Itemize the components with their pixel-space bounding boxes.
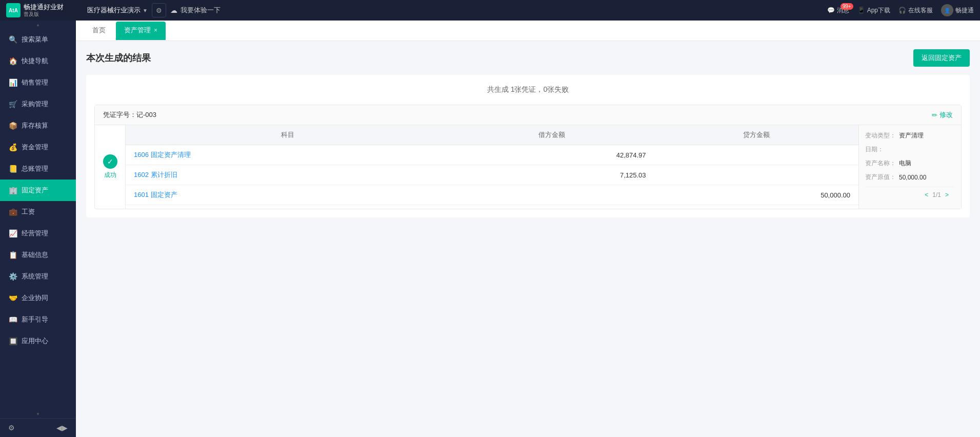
sidebar-item-fixed-assets[interactable]: 🏢 固定资产	[0, 180, 76, 201]
sidebar-collapse-icon[interactable]: ◀▶	[56, 424, 68, 432]
sidebar-item-search[interactable]: 🔍 搜索菜单	[0, 29, 76, 50]
sidebar-item-label: 库存核算	[22, 121, 48, 130]
sidebar-item-cooperation[interactable]: 🤝 企业协同	[0, 287, 76, 309]
voucher-section: 凭证字号：记-003 ✏ 修改	[94, 105, 962, 209]
row2-subject: 1602 累计折旧	[126, 165, 450, 185]
tab-bar: 首页 资产管理 ×	[76, 21, 980, 41]
operations-icon: 📈	[8, 229, 17, 238]
sidebar-item-label: 销售管理	[22, 78, 48, 87]
sidebar-item-funds[interactable]: 💰 资金管理	[0, 136, 76, 158]
row1-debit: 42,874.97	[450, 145, 654, 165]
voucher-number: 凭证字号：记-003	[103, 110, 156, 120]
result-summary: 共生成 1张凭证，0张失败	[86, 75, 970, 105]
settings-button[interactable]: ⚙	[152, 3, 166, 17]
sidebar-item-payroll[interactable]: 💼 工资	[0, 201, 76, 223]
online-service-button[interactable]: 🎧 在线客服	[898, 6, 933, 15]
sidebar-item-guide[interactable]: 📖 新手引导	[0, 309, 76, 330]
row3-subject: 1601 固定资产	[126, 185, 450, 205]
funds-icon: 💰	[8, 143, 17, 152]
col-credit: 贷方金额	[654, 125, 858, 145]
sidebar-item-ledger[interactable]: 📒 总账管理	[0, 158, 76, 180]
system-icon: ⚙️	[8, 272, 17, 281]
company-name: 医疗器械行业演示	[87, 6, 141, 15]
sidebar-item-label: 工资	[22, 207, 35, 216]
footer-settings-icon[interactable]: ⚙	[8, 424, 15, 432]
sidebar-item-label: 固定资产	[22, 186, 48, 195]
payroll-icon: 💼	[8, 207, 17, 216]
home-icon: 🏠	[8, 56, 17, 66]
tab-home-label: 首页	[92, 26, 106, 34]
sidebar-item-label: 资金管理	[22, 143, 48, 152]
status-wrapper: ✓ 成功	[95, 125, 126, 209]
sidebar-item-basic-info[interactable]: 📋 基础信息	[0, 244, 76, 266]
sidebar-item-inventory[interactable]: 📦 库存核算	[0, 115, 76, 136]
tab-close-icon[interactable]: ×	[154, 27, 157, 34]
chevron-down-icon: ▼	[143, 8, 148, 13]
app-download-label: App下载	[867, 6, 890, 15]
user-icon: 👤	[944, 8, 950, 13]
avatar: 👤	[941, 4, 953, 16]
messages-button[interactable]: 💬 消息 99+	[827, 6, 849, 15]
pagination-prev[interactable]: <	[925, 191, 928, 198]
asset-name-label: 资产名称：	[865, 159, 896, 168]
edit-label: 修改	[939, 110, 953, 120]
logo-sub: 普及版	[24, 11, 64, 17]
change-type-row: 变动类型： 资产清理	[865, 131, 955, 140]
user-menu[interactable]: 👤 畅捷通	[941, 4, 974, 16]
table-row: 1601 固定资产 50,000.00	[126, 185, 858, 205]
asset-value-value: 50,000.00	[899, 174, 926, 181]
col-debit: 借方金额	[450, 125, 654, 145]
app-download-button[interactable]: 📱 App下载	[857, 6, 890, 15]
company-selector[interactable]: 医疗器械行业演示 ▼	[87, 6, 148, 15]
sidebar-item-system[interactable]: ⚙️ 系统管理	[0, 266, 76, 287]
logo-text: 畅捷通好业财 普及版	[24, 3, 64, 17]
scroll-up-indicator: ▲	[34, 23, 42, 27]
back-button[interactable]: 返回固定资产	[913, 49, 970, 67]
sidebar-item-label: 应用中心	[22, 336, 48, 346]
side-info-panel: 变动类型： 资产清理 日期： 资产名称： 电脑	[858, 125, 961, 209]
sidebar-item-app-center[interactable]: 🔲 应用中心	[0, 330, 76, 352]
voucher-pagination: < 1/1 >	[865, 187, 955, 203]
page-header: 本次生成的结果 返回固定资产	[86, 49, 970, 67]
tab-asset-management[interactable]: 资产管理 ×	[116, 22, 166, 40]
sidebar-item-sales[interactable]: 📊 销售管理	[0, 72, 76, 93]
search-icon: 🔍	[8, 35, 17, 44]
table-status-area: ✓ 成功 科目	[95, 125, 858, 209]
sidebar-item-purchase[interactable]: 🛒 采购管理	[0, 93, 76, 115]
scroll-down-indicator: ▼	[34, 412, 42, 416]
asset-value-label: 资产原值：	[865, 173, 896, 182]
top-header: AtA 畅捷通好业财 普及版 医疗器械行业演示 ▼ ⚙ ☁ 我要体验一下 💬 消…	[0, 0, 980, 21]
asset-name-value: 电脑	[899, 159, 911, 168]
pagination-info: 1/1	[932, 191, 941, 198]
row3-debit	[450, 185, 654, 205]
sidebar-item-label: 基础信息	[22, 250, 48, 260]
tab-asset-management-label: 资产管理	[124, 26, 151, 35]
asset-value-row: 资产原值： 50,000.00	[865, 173, 955, 182]
sidebar-item-operations[interactable]: 📈 经营管理	[0, 223, 76, 244]
app-center-icon: 🔲	[8, 336, 17, 346]
sidebar-item-label: 搜索菜单	[22, 35, 48, 44]
row1-credit	[654, 145, 858, 165]
row3-credit: 50,000.00	[654, 185, 858, 205]
table-row: 1606 固定资产清理 42,874.97	[126, 145, 858, 165]
app-logo-icon: AtA	[6, 3, 21, 17]
tab-home[interactable]: 首页	[84, 22, 114, 40]
pagination-next[interactable]: >	[945, 191, 949, 198]
sidebar-item-label: 新手引导	[22, 315, 48, 324]
edit-button[interactable]: ✏ 修改	[932, 110, 953, 120]
headset-icon: 🎧	[898, 7, 906, 14]
page-content: 本次生成的结果 返回固定资产 共生成 1张凭证，0张失败 凭证字号：记-003 …	[76, 41, 980, 437]
sidebar-item-quicknav[interactable]: 🏠 快捷导航	[0, 50, 76, 72]
sidebar-scroll: 🔍 搜索菜单 🏠 快捷导航 📊 销售管理 🛒 采购管理 📦 库存核算 💰	[0, 29, 76, 410]
trial-button[interactable]: ☁ 我要体验一下	[170, 6, 221, 15]
gear-icon: ⚙	[156, 7, 162, 14]
inventory-icon: 📦	[8, 121, 17, 130]
username: 畅捷通	[955, 6, 974, 15]
header-center: 医疗器械行业演示 ▼ ⚙ ☁ 我要体验一下	[82, 3, 827, 17]
sidebar-footer: ⚙ ◀▶	[0, 418, 76, 437]
success-text: 成功	[104, 171, 116, 180]
header-right: 💬 消息 99+ 📱 App下载 🎧 在线客服 👤 畅捷通	[827, 4, 974, 16]
main-layout: ▲ 🔍 搜索菜单 🏠 快捷导航 📊 销售管理 🛒 采购管理 📦 库存核	[0, 21, 980, 437]
message-icon: 💬	[827, 7, 835, 14]
voucher-table: 科目 借方金额 贷方金额 1606 固定资产清理 42,874.	[126, 125, 858, 205]
